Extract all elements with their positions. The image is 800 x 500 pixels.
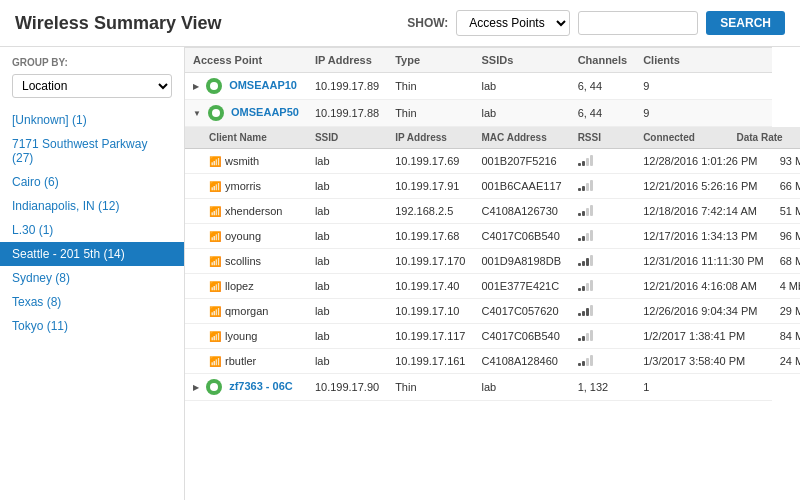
ap-type: Thin xyxy=(387,73,473,100)
client-name: 📶qmorgan xyxy=(185,299,307,324)
client-name: 📶scollins xyxy=(185,249,307,274)
ap-name[interactable]: OMSEAAP50 xyxy=(231,106,299,118)
client-ip: 10.199.17.69 xyxy=(387,149,473,174)
sub-col-connected: Connected Data Rate xyxy=(635,127,800,149)
table-row: 📶lyoung lab 10.199.17.117 C4017C06B540 1… xyxy=(185,324,800,349)
show-select[interactable]: Access Points Clients SSIDs xyxy=(456,10,570,36)
ap-channels: 6, 44 xyxy=(570,100,636,127)
app-container: Wireless Summary View SHOW: Access Point… xyxy=(0,0,800,500)
sub-col-name: Client Name xyxy=(185,127,307,149)
expand-icon[interactable] xyxy=(193,381,199,392)
sub-col-ip: IP Address xyxy=(387,127,473,149)
ap-channels: 6, 44 xyxy=(570,73,636,100)
client-mac: 001E377E421C xyxy=(474,274,570,299)
ap-type: Thin xyxy=(387,374,473,401)
ap-name[interactable]: OMSEAAP10 xyxy=(229,79,297,91)
client-mac: 001B207F5216 xyxy=(474,149,570,174)
sub-col-mac: MAC Address xyxy=(474,127,570,149)
sub-col-rssi: RSSI xyxy=(570,127,636,149)
table-row: 📶qmorgan lab 10.199.17.10 C4017C057620 1… xyxy=(185,299,800,324)
client-rssi xyxy=(570,274,636,299)
client-ssid: lab xyxy=(307,249,387,274)
table-row: 📶ymorris lab 10.199.17.91 001B6CAAE117 1… xyxy=(185,174,800,199)
client-mac: C4017C06B540 xyxy=(474,224,570,249)
client-ip: 10.199.17.117 xyxy=(387,324,473,349)
client-ssid: lab xyxy=(307,274,387,299)
sidebar-item-l30[interactable]: L.30 (1) xyxy=(0,218,184,242)
table-row: OMSEAAP10 10.199.17.89 Thin lab 6, 44 9 xyxy=(185,73,800,100)
client-ssid: lab xyxy=(307,224,387,249)
table-row: 📶wsmith lab 10.199.17.69 001B207F5216 12… xyxy=(185,149,800,174)
client-name: 📶ymorris xyxy=(185,174,307,199)
ap-ip: 10.199.17.88 xyxy=(307,100,387,127)
col-type: Type xyxy=(387,48,473,73)
col-channels: Channels xyxy=(570,48,636,73)
client-rate: 84 Mbps xyxy=(772,324,800,349)
client-mac: C4017C057620 xyxy=(474,299,570,324)
client-name: 📶lyoung xyxy=(185,324,307,349)
sidebar-item-cairo[interactable]: Cairo (6) xyxy=(0,170,184,194)
header-controls: SHOW: Access Points Clients SSIDs SEARCH xyxy=(407,10,785,36)
client-ip: 10.199.17.68 xyxy=(387,224,473,249)
ap-status-icon xyxy=(206,78,222,94)
client-table-header: Client Name SSID IP Address MAC Address … xyxy=(185,127,800,149)
ap-status-icon xyxy=(206,379,222,395)
client-connected: 12/21/2016 5:26:16 PM xyxy=(635,174,771,199)
sidebar-item-tokyo[interactable]: Tokyo (11) xyxy=(0,314,184,338)
ap-ssids: lab xyxy=(474,73,570,100)
signal-bars xyxy=(578,179,593,191)
client-mac: 001D9A8198DB xyxy=(474,249,570,274)
sidebar-item-7171[interactable]: 7171 Southwest Parkway (27) xyxy=(0,132,184,170)
client-ssid: lab xyxy=(307,324,387,349)
client-ip: 10.199.17.91 xyxy=(387,174,473,199)
ap-ssids: lab xyxy=(474,100,570,127)
client-rssi xyxy=(570,349,636,374)
sidebar-item-indianapolis[interactable]: Indianapolis, IN (12) xyxy=(0,194,184,218)
col-clients: Clients xyxy=(635,48,771,73)
expand-icon[interactable] xyxy=(193,107,201,118)
client-connected: 12/18/2016 7:42:14 AM xyxy=(635,199,771,224)
sidebar: GROUP BY: Location [Unknown] (1) 7171 So… xyxy=(0,47,185,500)
sidebar-location-select[interactable]: Location xyxy=(12,74,172,98)
ap-name[interactable]: zf7363 - 06C xyxy=(229,380,293,392)
search-input[interactable] xyxy=(578,11,698,35)
client-name: 📶wsmith xyxy=(185,149,307,174)
col-ip-address: IP Address xyxy=(307,48,387,73)
client-rate: 29 Mbps xyxy=(772,299,800,324)
client-rssi xyxy=(570,199,636,224)
table-row: 📶llopez lab 10.199.17.40 001E377E421C 12… xyxy=(185,274,800,299)
client-ssid: lab xyxy=(307,149,387,174)
client-ip: 10.199.17.40 xyxy=(387,274,473,299)
table-row: zf7363 - 06C 10.199.17.90 Thin lab 1, 13… xyxy=(185,374,800,401)
ap-ip: 10.199.17.90 xyxy=(307,374,387,401)
col-ssids: SSIDs xyxy=(474,48,570,73)
ap-clients: 9 xyxy=(635,73,771,100)
sub-col-ssid: SSID xyxy=(307,127,387,149)
sidebar-item-texas[interactable]: Texas (8) xyxy=(0,290,184,314)
client-connected: 12/17/2016 1:34:13 PM xyxy=(635,224,771,249)
client-mac: 001B6CAAE117 xyxy=(474,174,570,199)
client-rssi xyxy=(570,149,636,174)
expand-icon[interactable] xyxy=(193,80,199,91)
client-ssid: lab xyxy=(307,199,387,224)
main-content: GROUP BY: Location [Unknown] (1) 7171 So… xyxy=(0,47,800,500)
client-rate: 24 Mbps xyxy=(772,349,800,374)
client-ssid: lab xyxy=(307,174,387,199)
client-rate: 96 Mbps xyxy=(772,224,800,249)
sidebar-item-sydney[interactable]: Sydney (8) xyxy=(0,266,184,290)
client-connected: 12/28/2016 1:01:26 PM xyxy=(635,149,771,174)
sidebar-item-seattle[interactable]: Seattle - 201 5th (14) xyxy=(0,242,184,266)
client-rssi xyxy=(570,249,636,274)
client-ssid: lab xyxy=(307,349,387,374)
search-button[interactable]: SEARCH xyxy=(706,11,785,35)
sidebar-item-unknown[interactable]: [Unknown] (1) xyxy=(0,108,184,132)
signal-bars xyxy=(578,229,593,241)
client-rate: 51 Mbps xyxy=(772,199,800,224)
signal-bars xyxy=(578,279,593,291)
page-title: Wireless Summary View xyxy=(15,13,407,34)
sidebar-select-wrap: Location xyxy=(0,70,184,108)
ap-ip: 10.199.17.89 xyxy=(307,73,387,100)
header: Wireless Summary View SHOW: Access Point… xyxy=(0,0,800,47)
signal-bars xyxy=(578,354,593,366)
client-ip: 192.168.2.5 xyxy=(387,199,473,224)
